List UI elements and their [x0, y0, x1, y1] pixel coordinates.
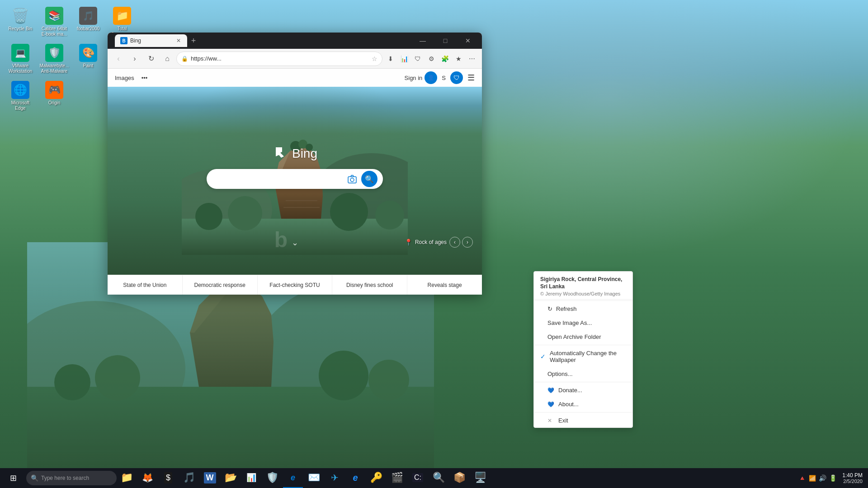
context-save-image[interactable]: Save Image As...	[534, 316, 632, 330]
desktop-icon-recycle-bin[interactable]: 🗑️ Recycle Bin	[5, 5, 36, 39]
location-text: Rock of ages	[415, 239, 447, 245]
desktop-icon-origin[interactable]: 🎮 Origin	[38, 79, 70, 113]
news-bar: State of the Union Democratic response F…	[108, 275, 482, 295]
context-menu-subtitle: © Jeremy Woodhouse/Getty Images	[540, 291, 626, 296]
tray-battery[interactable]: 🔋	[829, 474, 837, 482]
tray-wifi[interactable]: 📶	[809, 475, 816, 482]
bing-nav-more[interactable]: •••	[142, 74, 148, 82]
taskbar-app-cmd[interactable]: C:	[408, 468, 428, 488]
bing-search-area: Bing 🔍	[207, 145, 383, 189]
desktop-icon-msedge[interactable]: 🌐 Microsoft Edge	[5, 79, 36, 113]
address-bar[interactable]: 🔒 https://ww... ☆	[176, 52, 382, 66]
settings-icon[interactable]: ⚙	[425, 52, 438, 65]
taskbar-app-word[interactable]: W	[200, 468, 220, 488]
download-icon[interactable]: ⬇	[384, 52, 397, 65]
context-auto-wallpaper[interactable]: Automatically Change the Wallpaper	[534, 346, 632, 367]
bing-watermark: b	[274, 227, 288, 252]
back-button[interactable]: ‹	[111, 52, 126, 66]
search-button[interactable]: 🔍	[361, 171, 377, 187]
bing-logo-text: Bing	[292, 146, 317, 161]
clock-time: 1:40 PM	[842, 472, 863, 479]
more-icon[interactable]: ⋯	[466, 52, 478, 65]
svg-point-7	[54, 364, 90, 400]
home-button[interactable]: ⌂	[160, 52, 175, 66]
scroll-down-button[interactable]: ⌄	[292, 238, 298, 248]
taskbar-app-taskmanager[interactable]: 📊	[241, 468, 261, 488]
taskbar-app-shield[interactable]: 🛡️	[262, 468, 282, 488]
exit-icon: ✕	[547, 418, 555, 424]
taskbar-search[interactable]: 🔍 Type here to search	[26, 471, 117, 485]
extensions-icon[interactable]: 🧩	[439, 52, 451, 65]
news-item-1[interactable]: State of the Union	[108, 275, 183, 295]
news-item-4[interactable]: Disney fines school	[332, 275, 407, 295]
bing-search-input[interactable]	[212, 175, 345, 183]
location-pin-icon: 📍	[405, 239, 412, 246]
context-exit[interactable]: ✕ Exit	[534, 413, 632, 427]
bing-nav-right: Sign in 👤 S 🛡 ☰	[405, 71, 475, 84]
taskbar-app-media[interactable]: 🎬	[387, 468, 407, 488]
context-separator-4	[534, 412, 632, 413]
desktop-icon-vmware[interactable]: 💻 VMware Workstation	[5, 42, 36, 76]
context-options[interactable]: Options...	[534, 367, 632, 381]
readinglist-icon[interactable]: 📊	[398, 52, 410, 65]
shield-icon[interactable]: 🛡	[411, 52, 424, 65]
prev-image-button[interactable]: ‹	[449, 237, 460, 248]
taskbar-app-pkg[interactable]: 📦	[449, 468, 469, 488]
context-separator-2	[534, 345, 632, 345]
fav-icon[interactable]: ★	[452, 52, 465, 65]
refresh-button[interactable]: ↻	[144, 52, 158, 66]
desktop-icon-paint[interactable]: 🎨 Paint	[72, 42, 104, 76]
taskbar-right: 🔺 📶 🔊 🔋 1:40 PM 2/5/2020	[798, 472, 866, 484]
tab-bar: B Bing ✕ +	[111, 34, 409, 47]
context-refresh[interactable]: ↻ Refresh	[534, 302, 632, 316]
maximize-button[interactable]: □	[435, 33, 456, 48]
desktop-icon-malwarebytes[interactable]: 🛡️ Malwarebyte... Anti-Malware	[38, 42, 70, 76]
start-button[interactable]: ⊞	[2, 468, 24, 488]
bing-score: S	[442, 75, 446, 81]
taskbar-app-terminal[interactable]: $	[158, 468, 178, 488]
context-separator-1	[534, 300, 632, 301]
context-open-archive[interactable]: Open Archive Folder	[534, 330, 632, 344]
user-avatar: 👤	[425, 71, 437, 84]
taskbar-app-music[interactable]: 🎵	[179, 468, 199, 488]
context-donate[interactable]: 💙 Donate...	[534, 383, 632, 397]
tray-volume[interactable]: 🔊	[819, 474, 826, 482]
toolbar-icons: ⬇ 📊 🛡 ⚙ 🧩 ★ ⋯	[384, 52, 478, 65]
taskbar-app-folder2[interactable]: 📂	[221, 468, 241, 488]
news-item-2[interactable]: Democratic response	[183, 275, 258, 295]
close-button[interactable]: ✕	[458, 33, 478, 48]
bing-menu-button[interactable]: ☰	[467, 73, 475, 83]
bing-nav-images[interactable]: Images	[115, 74, 134, 82]
visual-search-button[interactable]	[345, 172, 359, 186]
sign-in-button[interactable]: Sign in 👤	[405, 71, 438, 84]
context-menu: Sigiriya Rock, Central Province, Sri Lan…	[533, 271, 633, 428]
tray-up-arrow[interactable]: 🔺	[798, 474, 806, 482]
taskbar-app-key[interactable]: 🔑	[366, 468, 386, 488]
desktop-icon-calibre[interactable]: 📚 Calibre 64bit E-book ma...	[38, 5, 70, 39]
taskbar-app-mail[interactable]: ✉️	[304, 468, 324, 488]
bing-search-box[interactable]: 🔍	[207, 169, 383, 189]
taskbar-app-edge[interactable]: e	[283, 468, 303, 488]
tab-close-button[interactable]: ✕	[175, 38, 182, 44]
tab-bing[interactable]: B Bing ✕	[115, 34, 187, 47]
next-image-button[interactable]: ›	[462, 237, 473, 248]
taskbar-app-file-explorer[interactable]: 📁	[117, 468, 137, 488]
bing-logo: Bing	[272, 145, 317, 162]
news-item-5[interactable]: Reveals stage	[407, 275, 482, 295]
taskbar-app-firefox[interactable]: 🦊	[137, 468, 157, 488]
taskbar-app-telegram[interactable]: ✈	[325, 468, 344, 488]
taskbar-app-ie[interactable]: e	[345, 468, 365, 488]
forward-button[interactable]: ›	[127, 52, 142, 66]
address-star-icon[interactable]: ☆	[372, 55, 377, 62]
new-tab-button[interactable]: +	[187, 34, 200, 47]
desktop-icon-foobar[interactable]: 🎵 foobar2000	[72, 5, 104, 39]
news-item-3[interactable]: Fact-checking SOTU	[258, 275, 333, 295]
context-about[interactable]: 💙 About...	[534, 397, 632, 411]
taskbar-clock[interactable]: 1:40 PM 2/5/2020	[842, 472, 863, 484]
bing-shield-button[interactable]: 🛡	[450, 71, 463, 84]
minimize-button[interactable]: —	[412, 33, 433, 48]
svg-point-20	[330, 193, 368, 231]
taskbar-app-desktop[interactable]: 🖥️	[470, 468, 490, 488]
taskbar-app-search[interactable]: 🔍	[429, 468, 448, 488]
browser-window: B Bing ✕ + — □ ✕ ‹ › ↻ ⌂ 🔒 https://ww...	[108, 33, 482, 295]
